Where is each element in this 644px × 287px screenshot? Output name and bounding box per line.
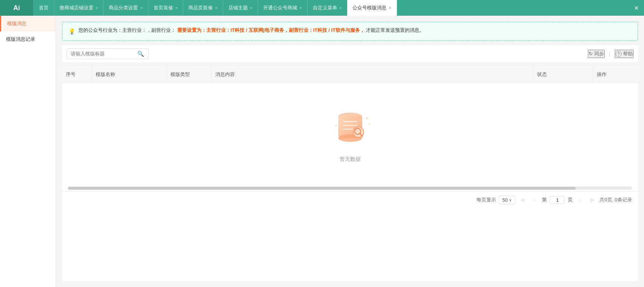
table-header: 序号 模版名称 模版类型 消息内容 状态 操作: [62, 67, 638, 83]
pagination: 每页显示 50 ∨ ⊲ ‹ 第 页 › ⊳ 共0页, 0条记录: [62, 191, 638, 208]
sync-button[interactable]: ↻ 同步: [588, 50, 605, 58]
close-all-icon: ✕: [634, 4, 639, 12]
col-content: 消息内容: [212, 67, 533, 82]
info-banner: 💡 您的公众号行业为：主营行业：，副营行业： 需要设置为：主营行业：IT科技 /…: [62, 22, 638, 41]
help-button[interactable]: ? 帮助: [615, 50, 634, 58]
nav-tab-custom-menu[interactable]: 自定义菜单×: [308, 0, 347, 16]
nav-tab-product-decor[interactable]: 商品页装修×: [183, 0, 223, 16]
content-area: 💡 您的公众号行业为：主营行业：，副营行业： 需要设置为：主营行业：IT科技 /…: [56, 16, 644, 287]
top-nav: Ai 首页微商城店铺设置×商品分类设置×首页装修×商品页装修×店铺主题×开通公众…: [0, 0, 644, 16]
close-tab-icon-homepage-decor[interactable]: ×: [175, 6, 178, 10]
logo: Ai: [0, 0, 34, 16]
first-page-button[interactable]: ⊲: [518, 195, 527, 204]
sidebar-item-template-log[interactable]: 模版消息记录: [0, 31, 56, 47]
page-suffix: 页: [568, 196, 573, 203]
banner-suffix: 才能正常发送预置的消息。: [366, 27, 424, 33]
prev-page-button[interactable]: ‹: [530, 195, 539, 204]
page-prefix: 第: [542, 196, 547, 203]
col-index: 序号: [62, 67, 92, 82]
nav-tab-homepage-decor[interactable]: 首页装修×: [148, 0, 183, 16]
svg-point-10: [369, 123, 370, 125]
nav-tab-category[interactable]: 商品分类设置×: [104, 0, 148, 16]
sidebar: 模版消息模版消息记录: [0, 16, 56, 287]
search-button[interactable]: 🔍: [134, 51, 147, 57]
per-page-value: 50: [502, 197, 508, 203]
nav-tab-open-mall[interactable]: 开通公众号商城×: [258, 0, 307, 16]
bulb-icon: 💡: [68, 27, 76, 36]
nav-tab-shop-theme[interactable]: 店铺主题×: [223, 0, 258, 16]
search-box: 🔍: [67, 48, 149, 59]
empty-state: 暂无数据: [62, 83, 638, 185]
help-label: 帮助: [623, 51, 633, 57]
page-input[interactable]: [550, 196, 565, 204]
scrollbar-area: [62, 185, 638, 191]
scrollbar-thumb[interactable]: [68, 187, 576, 190]
toolbar-divider: |: [609, 51, 610, 57]
close-tab-icon-product-decor[interactable]: ×: [215, 6, 217, 10]
total-info: 共0页, 0条记录: [600, 196, 632, 203]
search-input[interactable]: [67, 49, 134, 59]
next-page-button[interactable]: ›: [576, 195, 585, 204]
last-page-button[interactable]: ⊳: [588, 195, 597, 204]
close-tab-icon-template-msg[interactable]: ×: [389, 6, 391, 10]
scrollbar-track: [68, 187, 632, 190]
per-page-label: 每页显示: [477, 196, 496, 203]
empty-illustration: [328, 105, 373, 150]
dropdown-icon: ∨: [509, 198, 512, 202]
nav-tab-home[interactable]: 首页: [34, 0, 54, 16]
sidebar-item-template-msg[interactable]: 模版消息: [0, 16, 56, 31]
nav-tabs: 首页微商城店铺设置×商品分类设置×首页装修×商品页装修×店铺主题×开通公众号商城…: [34, 0, 629, 16]
empty-text: 暂无数据: [340, 156, 361, 163]
close-tab-icon-shop-theme[interactable]: ×: [250, 6, 252, 10]
sidebar-items-container: 模版消息模版消息记录: [0, 16, 56, 47]
per-page-select[interactable]: 50 ∨: [499, 196, 515, 204]
nav-tab-wechat-shop[interactable]: 微商城店铺设置×: [54, 0, 104, 16]
banner-text: 您的公众号行业为：主营行业：，副营行业： 需要设置为：主营行业：IT科技 / 互…: [78, 27, 424, 34]
main-layout: 模版消息模版消息记录 💡 您的公众号行业为：主营行业：，副营行业： 需要设置为：…: [0, 16, 644, 287]
close-tab-icon-category[interactable]: ×: [140, 6, 142, 10]
close-all-button[interactable]: ✕: [629, 0, 644, 16]
toolbar-actions: ↻ 同步 | ? 帮助: [588, 50, 634, 58]
close-tab-icon-open-mall[interactable]: ×: [299, 6, 302, 10]
sync-icon: ↻: [589, 51, 593, 57]
help-icon: ?: [616, 51, 622, 57]
toolbar: 🔍 ↻ 同步 | ? 帮助: [62, 45, 638, 62]
banner-prefix: 您的公众号行业为：主营行业：，副营行业：: [78, 27, 176, 33]
col-name: 模版名称: [92, 67, 167, 82]
col-action: 操作: [593, 67, 638, 82]
data-table: 序号 模版名称 模版类型 消息内容 状态 操作: [62, 67, 638, 281]
banner-highlight: 需要设置为：主营行业：IT科技 / 互联网|电子商务，副营行业：IT科技 / I…: [177, 27, 365, 33]
sync-label: 同步: [594, 51, 604, 57]
col-type: 模版类型: [167, 67, 212, 82]
search-icon: 🔍: [137, 51, 144, 57]
svg-point-9: [366, 117, 368, 119]
close-tab-icon-wechat-shop[interactable]: ×: [96, 6, 98, 10]
svg-point-11: [335, 125, 337, 127]
close-tab-icon-custom-menu[interactable]: ×: [339, 6, 342, 10]
col-status: 状态: [533, 67, 593, 82]
nav-tab-template-msg[interactable]: 公众号模版消息×: [347, 0, 397, 16]
